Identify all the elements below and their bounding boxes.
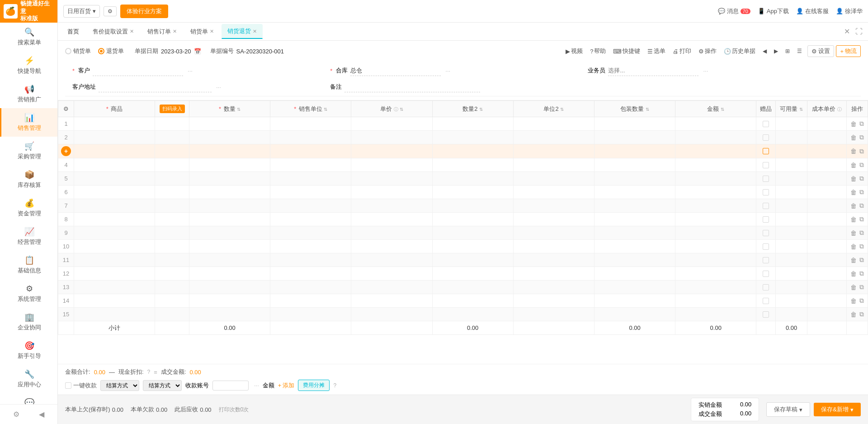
delete-icon[interactable]: 🗑 (850, 202, 857, 210)
copy-icon[interactable]: ⧉ (859, 256, 864, 264)
save-draft-btn[interactable]: 保存草稿 ▾ (766, 402, 810, 417)
unit2-input[interactable] (516, 121, 591, 127)
product-input[interactable] (77, 121, 152, 127)
sidebar-item-system[interactable]: ⚙ 系统管理 (0, 279, 57, 308)
close-all-tabs-btn[interactable]: ✕ (842, 26, 852, 37)
sidebar-item-search[interactable]: 🔍 搜索菜单 (0, 23, 57, 51)
user-menu[interactable]: 👤 徐泽华 (836, 7, 863, 15)
radio-sales[interactable]: 销货单 (65, 47, 91, 55)
gift-checkbox-active[interactable] (763, 148, 769, 154)
copy-icon[interactable]: ⧉ (859, 215, 864, 223)
sidebar-item-app-center[interactable]: 🔧 应用中心 (0, 365, 57, 393)
add-logistics-btn[interactable]: + 物流 (836, 45, 861, 57)
sidebar-collapse-btn[interactable]: ◀ (37, 408, 46, 420)
tab-home[interactable]: 首页 (61, 24, 85, 39)
product-input[interactable] (77, 257, 152, 263)
experience-btn[interactable]: 体验行业方案 (120, 5, 168, 18)
product-input[interactable] (77, 230, 152, 236)
product-input[interactable] (77, 311, 152, 318)
save-new-btn[interactable]: 保存&新增 ▾ (814, 403, 861, 416)
product-cell[interactable] (74, 117, 155, 131)
copy-icon[interactable]: ⧉ (859, 270, 864, 277)
product-input[interactable] (77, 271, 152, 277)
product-input[interactable] (77, 176, 152, 182)
customer-picker[interactable]: ··· (188, 67, 193, 74)
sidebar-item-basic[interactable]: 📋 基础信息 (0, 251, 57, 279)
tab-sales-delivery-close[interactable]: ✕ (210, 29, 214, 34)
select-btn[interactable]: ☰ 选单 (646, 46, 667, 56)
staff-picker[interactable]: ··· (703, 67, 708, 74)
price-info-icon[interactable]: ⓘ (394, 107, 398, 112)
available-sort-icon[interactable]: ⇅ (799, 107, 803, 112)
address-input[interactable] (99, 81, 212, 92)
delete-icon[interactable]: 🗑 (850, 175, 857, 182)
copy-icon[interactable]: ⧉ (859, 148, 864, 155)
date-picker-icon[interactable]: 📅 (194, 48, 201, 55)
unit2-sort-icon[interactable]: ⇅ (560, 107, 564, 112)
copy-icon[interactable]: ⧉ (859, 243, 864, 250)
expense-split-btn[interactable]: 费用分摊 (298, 380, 330, 391)
gift-checkbox[interactable] (763, 284, 769, 291)
tab-sales-order[interactable]: 销售订单 ✕ (142, 24, 183, 39)
delete-icon[interactable]: 🗑 (850, 148, 857, 155)
copy-icon[interactable]: ⧉ (859, 188, 864, 196)
gift-checkbox[interactable] (763, 203, 769, 209)
history-btn[interactable]: 🕒 历史单据 (722, 46, 757, 56)
warehouse-input[interactable] (350, 65, 441, 76)
settings-gear-btn[interactable]: ⚙ (104, 6, 117, 16)
unit2-cell[interactable] (513, 117, 594, 131)
grid-view-btn[interactable]: ⊞ (783, 47, 792, 55)
gift-checkbox[interactable] (763, 298, 769, 304)
delete-icon[interactable]: 🗑 (850, 297, 857, 305)
product-input[interactable] (77, 243, 152, 250)
amount-cell[interactable] (675, 117, 756, 131)
list-view-btn[interactable]: ☰ (795, 47, 804, 55)
copy-icon[interactable]: ⧉ (859, 202, 864, 210)
gift-checkbox[interactable] (763, 243, 769, 250)
copy-icon[interactable]: ⧉ (859, 229, 864, 237)
staff-input[interactable] (608, 65, 698, 76)
qty-input[interactable] (192, 121, 267, 127)
quantity-cell[interactable] (189, 117, 270, 131)
settlement-select[interactable]: 结算方式 (100, 380, 139, 391)
copy-icon[interactable]: ⧉ (859, 283, 864, 291)
delete-icon[interactable]: 🗑 (850, 189, 857, 196)
pack-cell[interactable] (594, 117, 675, 131)
prev-record-btn[interactable]: ◀ (761, 47, 769, 55)
product-input[interactable] (77, 284, 152, 291)
maximize-btn[interactable]: ⛶ (854, 26, 864, 37)
operation-btn[interactable]: ⚙ 操作 (697, 46, 718, 56)
unit-cell[interactable] (270, 117, 351, 131)
product-input[interactable] (77, 203, 152, 209)
expense-help-icon[interactable]: ? (333, 382, 336, 389)
unit-input[interactable] (273, 121, 348, 127)
copy-icon[interactable]: ⧉ (859, 133, 864, 141)
account-picker[interactable]: ··· (254, 382, 259, 389)
sidebar-item-purchase[interactable]: 🛒 采购管理 (0, 137, 57, 165)
gift-checkbox[interactable] (763, 216, 769, 223)
th-settings[interactable]: ⚙ (58, 101, 74, 117)
product-input[interactable] (77, 216, 152, 223)
copy-icon[interactable]: ⧉ (859, 297, 864, 305)
tab-sales-order-close[interactable]: ✕ (173, 29, 177, 34)
sidebar-item-operations[interactable]: 📈 经营管理 (0, 222, 57, 251)
copy-icon[interactable]: ⧉ (859, 161, 864, 169)
unit-sort-icon[interactable]: ⇅ (324, 107, 327, 112)
message-btn[interactable]: 💬 消息 70 (718, 7, 750, 15)
sidebar-item-shortcuts[interactable]: ⚡ 快捷导航 (0, 51, 57, 80)
category-selector[interactable]: 日用百货 ▾ (63, 5, 100, 18)
customer-input[interactable] (93, 65, 183, 76)
account-input[interactable] (212, 381, 249, 391)
add-expense-btn[interactable]: + 添加 (278, 381, 295, 390)
shortcut-btn[interactable]: ⌨ 快捷键 (611, 46, 642, 56)
app-download-btn[interactable]: 📱 App下载 (758, 7, 789, 15)
tab-price-setting-close[interactable]: ✕ (130, 29, 134, 34)
copy-icon[interactable]: ⧉ (859, 310, 864, 318)
delete-icon[interactable]: 🗑 (850, 134, 857, 141)
gift-checkbox[interactable] (763, 162, 769, 168)
gift-checkbox[interactable] (763, 176, 769, 182)
sidebar-item-finance[interactable]: 💰 资金管理 (0, 194, 57, 222)
delete-icon[interactable]: 🗑 (850, 229, 857, 237)
product-input[interactable] (77, 189, 152, 195)
amount-input[interactable] (678, 121, 753, 127)
